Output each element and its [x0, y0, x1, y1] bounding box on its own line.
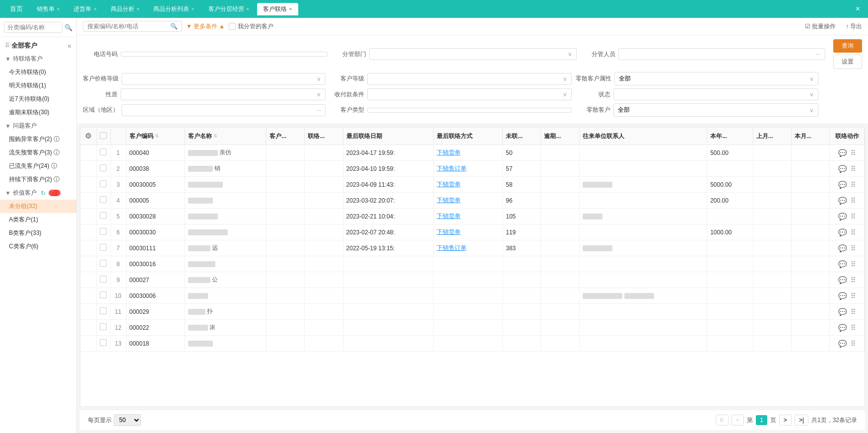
my-customers-check[interactable] [229, 23, 236, 30]
phone-input[interactable] [121, 52, 328, 57]
qr-icon[interactable]: ⠿ [851, 292, 856, 300]
close-tab-analysis-list-icon[interactable]: × [191, 6, 194, 12]
chat-icon[interactable]: 💬 [838, 276, 847, 284]
last-page-button[interactable]: >| [795, 415, 808, 426]
col-checkbox-all[interactable] [96, 128, 110, 145]
nav-tab-customer-contact[interactable]: 客户联络 × [257, 3, 298, 15]
refresh-icon[interactable]: ↻ [41, 190, 46, 197]
sidebar-item-overdue[interactable]: 逾期未联络(30) [0, 106, 76, 119]
region-input[interactable]: ··· [122, 104, 326, 116]
row-checkbox[interactable] [100, 339, 107, 346]
chat-icon[interactable]: 💬 [838, 324, 847, 332]
customer-level-dropdown[interactable]: ∨ [367, 73, 572, 85]
qr-icon[interactable]: ⠿ [851, 260, 856, 268]
settings-button[interactable]: 设置 [833, 55, 862, 69]
qr-icon[interactable]: ⠿ [851, 149, 856, 157]
row-checkbox[interactable] [100, 244, 107, 251]
row-checkbox-cell[interactable] [96, 177, 110, 193]
close-tab-sales-icon[interactable]: × [57, 6, 60, 12]
last-method-link[interactable]: 下销货单 [437, 149, 461, 156]
sidebar-item-ungrouped[interactable]: 未分组(32) [0, 200, 76, 213]
row-checkbox-cell[interactable] [96, 161, 110, 177]
nav-tab-customer-tier[interactable]: 客户分层经营 × [202, 3, 255, 15]
more-conditions-button[interactable]: ▼ 更多条件 ▲ [186, 22, 225, 31]
row-checkbox-cell[interactable] [96, 224, 110, 240]
chat-icon[interactable]: 💬 [838, 197, 847, 205]
sidebar-item-declining[interactable]: 持续下滑客户(2) ⓘ [0, 173, 76, 186]
row-checkbox[interactable] [100, 307, 107, 314]
qr-icon[interactable]: ⠿ [851, 181, 856, 189]
customer-type-dropdown[interactable] [367, 108, 572, 113]
qr-icon[interactable]: ⠿ [851, 228, 856, 236]
row-checkbox-cell[interactable] [96, 240, 110, 256]
sidebar-group-problem[interactable]: ▼ 问题客户 [0, 119, 76, 133]
last-method-link[interactable]: 下销货单 [437, 213, 461, 219]
sidebar-item-type-b[interactable]: B类客户(33) [0, 226, 76, 240]
my-customers-checkbox[interactable]: 我分管的客户 [229, 22, 273, 31]
chat-icon[interactable]: 💬 [838, 340, 847, 348]
prev-page-button[interactable]: < [732, 415, 744, 426]
close-window-button[interactable]: × [852, 2, 864, 15]
dept-dropdown[interactable]: ∨ [369, 48, 576, 60]
chat-icon[interactable]: 💬 [838, 228, 847, 236]
first-page-button[interactable]: K [716, 415, 729, 426]
retail-attr-dropdown[interactable]: 全部 ∨ [614, 72, 818, 85]
sidebar-group-value[interactable]: ▼ 价值客户 ↻ 🔴 [0, 186, 76, 200]
sidebar-item-tomorrow[interactable]: 明天待联络(1) [0, 79, 76, 92]
row-checkbox[interactable] [100, 228, 107, 235]
sidebar-item-today[interactable]: 今天待联络(0) [0, 66, 76, 79]
name-sort-icon[interactable]: ⇅ [213, 134, 217, 139]
row-checkbox[interactable] [100, 180, 107, 187]
nav-home[interactable]: 首页 [4, 2, 29, 15]
qr-icon[interactable]: ⠿ [851, 308, 856, 316]
qr-icon[interactable]: ⠿ [851, 213, 856, 220]
retail-customer-dropdown[interactable]: 全部 ∨ [613, 103, 818, 117]
category-search-input[interactable] [4, 22, 63, 33]
qr-icon[interactable]: ⠿ [851, 197, 856, 205]
sidebar-item-type-a[interactable]: A类客户(1) [0, 213, 76, 226]
row-checkbox-cell[interactable] [96, 209, 110, 224]
query-button[interactable]: 查询 [833, 39, 862, 53]
chat-icon[interactable]: 💬 [838, 181, 847, 189]
last-method-link[interactable]: 下销货单 [437, 181, 461, 188]
export-button[interactable]: ↑ 导出 [846, 22, 862, 31]
main-search-icon[interactable]: 🔍 [170, 23, 178, 30]
chat-icon[interactable]: 💬 [838, 149, 847, 157]
row-checkbox-cell[interactable] [96, 193, 110, 209]
sidebar-item-churn-warning[interactable]: 流失预警客户(3) ⓘ [0, 146, 76, 159]
category-search-icon[interactable]: 🔍 [65, 24, 72, 31]
sidebar-item-type-c[interactable]: C类客户(6) [0, 240, 76, 253]
row-checkbox[interactable] [100, 164, 107, 171]
sidebar-group-pending[interactable]: ▼ 待联络客户 [0, 52, 76, 66]
nav-tab-sales[interactable]: 销售单 × [31, 3, 66, 15]
chat-icon[interactable]: 💬 [838, 213, 847, 220]
row-checkbox[interactable] [100, 148, 107, 155]
qr-icon[interactable]: ⠿ [851, 276, 856, 284]
qr-icon[interactable]: ⠿ [851, 324, 856, 332]
nav-tab-analysis-list[interactable]: 商品分析列表 × [147, 3, 200, 15]
collapse-sidebar-icon[interactable]: « [67, 42, 71, 50]
qr-icon[interactable]: ⠿ [851, 244, 856, 252]
all-customers-label[interactable]: 全部客户 [11, 41, 37, 50]
code-sort-icon[interactable]: ⇅ [155, 134, 159, 139]
chat-icon[interactable]: 💬 [838, 260, 847, 268]
row-checkbox[interactable] [100, 291, 107, 298]
close-tab-contact-icon[interactable]: × [289, 6, 292, 12]
row-checkbox[interactable] [100, 276, 107, 283]
chat-icon[interactable]: 💬 [838, 308, 847, 316]
col-settings[interactable]: ⚙ [80, 128, 96, 145]
row-checkbox-cell[interactable] [96, 336, 110, 352]
per-page-select[interactable]: 50 20 100 [114, 414, 141, 426]
qr-icon[interactable]: ⠿ [851, 340, 856, 348]
row-checkbox-cell[interactable] [96, 256, 110, 272]
close-tab-analysis-icon[interactable]: × [136, 6, 139, 12]
row-checkbox[interactable] [100, 260, 107, 267]
sidebar-item-abnormal[interactable]: 囤购异常客户(2) ⓘ [0, 133, 76, 146]
last-method-link[interactable]: 下销售订单 [437, 244, 467, 251]
last-method-link[interactable]: 下销货单 [437, 197, 461, 204]
close-tab-purchase-icon[interactable]: × [93, 6, 96, 12]
qr-icon[interactable]: ⠿ [851, 165, 856, 173]
main-search-input[interactable] [87, 23, 168, 30]
sidebar-item-7days[interactable]: 近7天待联络(0) [0, 92, 76, 106]
next-page-button[interactable]: > [779, 415, 792, 426]
